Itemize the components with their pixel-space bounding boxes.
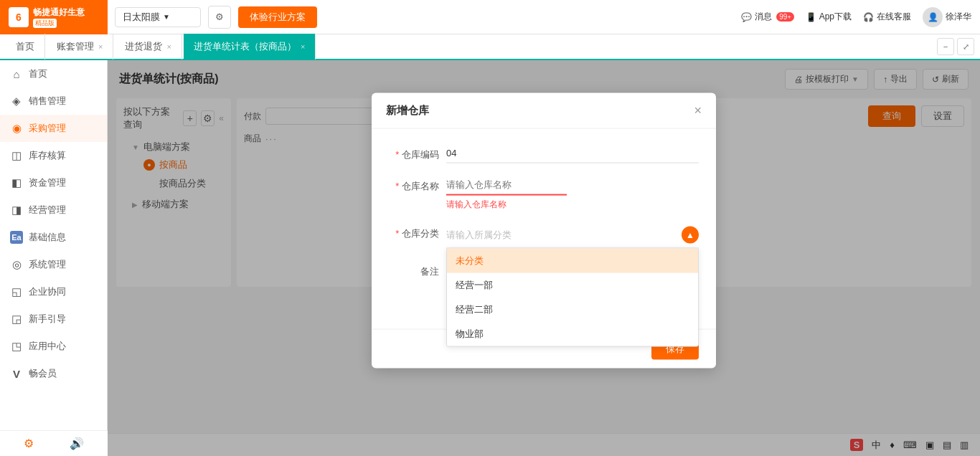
sidebar-item-purchase-label: 采购管理 [29,122,66,135]
warehouse-type-dropdown-menu: 未分类 经营一部 经营二部 物业部 [446,248,699,347]
sidebar-item-operation-label: 经营管理 [29,204,66,217]
sidebar-item-finance-label: 资金管理 [29,176,66,189]
content-area: 进货单统计(按商品) 🖨 按模板打印 ▼ ↑ 导出 ↺ 刷新 [108,60,980,456]
tab-bar: 首页 账套管理 × 进货退货 × 进货单统计表（按商品） × − ⤢ [0,34,980,60]
warehouse-name-label: * 仓库名称 [389,175,446,193]
warehouse-type-arrow-icon[interactable]: ▲ [682,227,699,244]
username: 徐泽华 [946,11,971,23]
sidebar-item-purchase[interactable]: ◉ 采购管理 [0,115,107,142]
tab-account[interactable]: 账套管理 × [47,34,113,60]
warehouse-type-label: * 仓库分类 [389,222,446,240]
tab-maximize-button[interactable]: ⤢ [957,38,974,55]
warehouse-type-row: * 仓库分类 请输入所属分类 ▲ 未分类 经营一部 经营二部 [389,222,699,249]
dropdown-option-dept1[interactable]: 经营一部 [447,273,698,298]
sidebar-item-sales-label: 销售管理 [29,95,66,108]
sidebar-item-member-label: 畅会员 [29,367,57,380]
sidebar-item-home[interactable]: ⌂ 首页 [0,60,107,87]
tab-purchase-return[interactable]: 进货退货 × [115,34,182,60]
sidebar-item-inventory-label: 库存核算 [29,149,66,162]
warehouse-name-error: 请输入仓库名称 [446,199,507,211]
dialog-header: 新增仓库 × [372,93,716,129]
store-selector[interactable]: 日太阳膜 ▼ [115,7,201,27]
tab-purchase-stats-close-icon[interactable]: × [301,42,305,51]
apps-icon: ◳ [10,340,23,353]
dialog-title: 新增仓库 [386,104,429,118]
system-icon: ◎ [10,258,23,271]
tab-purchase-return-close-icon[interactable]: × [166,42,171,51]
header-right: 💬 消息 99+ 📱 App下载 🎧 在线客服 👤 徐泽华 [741,7,971,27]
app-download-item[interactable]: 📱 App下载 [806,11,852,23]
dialog-close-button[interactable]: × [694,103,702,118]
user-item[interactable]: 👤 徐泽华 [923,7,971,27]
warehouse-code-label: * 仓库编码 [389,143,446,161]
warehouse-type-dropdown-wrap: 请输入所属分类 ▲ 未分类 经营一部 经营二部 物业部 [446,222,699,249]
sidebar-item-sales[interactable]: ◈ 销售管理 [0,87,107,115]
logo-area: 6 畅捷通好生意 精品版 [0,0,108,34]
online-service-item[interactable]: 🎧 在线客服 [863,11,911,23]
sidebar-item-finance[interactable]: ◧ 资金管理 [0,169,107,196]
warehouse-name-input[interactable] [446,175,567,196]
sidebar: ⌂ 首页 ◈ 销售管理 ◉ 采购管理 ◫ 库存核算 ◧ 资金管理 ◨ 经营管理 … [0,60,108,456]
sidebar-item-home-label: 首页 [29,67,47,80]
logo-badge: 精品版 [33,19,57,28]
home-icon: ⌂ [10,67,23,80]
sidebar-item-guide-label: 新手引导 [29,313,66,326]
top-header: 6 畅捷通好生意 精品版 日太阳膜 ▼ ⚙ 体验行业方案 💬 消息 99+ 📱 … [0,0,980,34]
sidebar-bottom-bar: ⚙ 🔊 [0,430,108,456]
message-badge: 99+ [776,12,793,22]
settings-bottom-icon[interactable]: ⚙ [24,437,34,450]
warehouse-code-row: * 仓库编码 [389,143,699,163]
operation-icon: ◨ [10,204,23,217]
warehouse-type-dropdown-trigger[interactable]: 请输入所属分类 ▲ [446,222,699,249]
tab-home[interactable]: 首页 [6,34,45,60]
trial-button[interactable]: 体验行业方案 [238,6,317,28]
sidebar-item-member[interactable]: V 畅会员 [0,360,107,387]
tab-purchase-stats-label: 进货单统计表（按商品） [194,40,296,53]
settings-gear-button[interactable]: ⚙ [208,6,231,29]
inventory-icon: ◫ [10,149,23,162]
tab-minimize-button[interactable]: − [937,38,954,55]
dropdown-option-dept3[interactable]: 物业部 [447,322,698,346]
dropdown-option-unclassified[interactable]: 未分类 [447,249,698,273]
guide-icon: ◲ [10,313,23,326]
member-icon: V [10,367,23,380]
sidebar-item-operation[interactable]: ◨ 经营管理 [0,196,107,224]
tab-purchase-stats[interactable]: 进货单统计表（按商品） × [184,34,316,60]
message-label: 消息 [755,11,772,23]
add-warehouse-dialog: 新增仓库 × * 仓库编码 * 仓库名称 [372,93,716,369]
sales-icon: ◈ [10,95,23,108]
sidebar-item-system-label: 系统管理 [29,258,66,271]
speaker-icon[interactable]: 🔊 [70,437,84,450]
store-name: 日太阳膜 [123,11,160,24]
dropdown-option-dept2[interactable]: 经营二部 [447,298,698,322]
sidebar-item-apps[interactable]: ◳ 应用中心 [0,333,107,360]
basic-icon: Ea [10,231,23,244]
logo-text: 畅捷通好生意 精品版 [33,6,85,28]
warehouse-name-row: * 仓库名称 请输入仓库名称 [389,175,699,211]
warehouse-code-input[interactable] [446,143,699,163]
purchase-icon: ◉ [10,122,23,135]
sidebar-item-guide[interactable]: ◲ 新手引导 [0,305,107,333]
tab-account-close-icon[interactable]: × [98,42,103,51]
dialog-body: * 仓库编码 * 仓库名称 [372,129,716,329]
online-service-label: 在线客服 [877,11,911,23]
warehouse-type-placeholder: 请输入所属分类 [446,229,512,242]
logo-icon: 6 [9,7,29,27]
sidebar-item-basic[interactable]: Ea 基础信息 [0,224,107,251]
note-label: 备注 [389,260,446,278]
gear-icon: ⚙ [215,11,224,22]
sidebar-item-system[interactable]: ◎ 系统管理 [0,251,107,278]
warehouse-name-input-wrap [446,175,567,196]
sidebar-item-apps-label: 应用中心 [29,340,66,353]
sidebar-item-basic-label: 基础信息 [29,231,66,244]
tab-account-label: 账套管理 [57,40,94,53]
tab-home-label: 首页 [16,40,34,53]
sidebar-item-inventory[interactable]: ◫ 库存核算 [0,142,107,169]
message-item[interactable]: 💬 消息 99+ [741,11,793,23]
message-icon: 💬 [741,12,752,22]
headset-icon: 🎧 [863,12,874,22]
sidebar-item-enterprise-label: 企业协同 [29,285,66,298]
sidebar-item-enterprise[interactable]: ◱ 企业协同 [0,278,107,305]
finance-icon: ◧ [10,176,23,189]
phone-icon: 📱 [806,12,816,22]
